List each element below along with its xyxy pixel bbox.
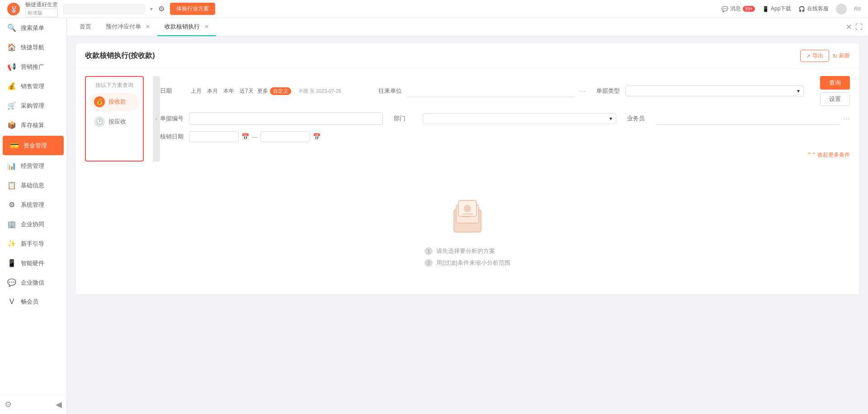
tab-collection[interactable]: 收款核销执行 ✕ (157, 18, 216, 36)
search-icon: 🔍 (7, 24, 16, 32)
partner-field: 往来单位 ··· (378, 85, 586, 97)
dept-select[interactable]: ▾ (423, 113, 617, 124)
sidebar-item-marketing[interactable]: 📢 营销推广 (0, 57, 66, 76)
clipboard-icon: 📋 (7, 181, 16, 190)
empty-illustration (445, 196, 490, 238)
chevron-down-icon[interactable]: ▾ (150, 6, 153, 12)
chevron-up-icon: ⌃⌃ (807, 152, 816, 158)
enterprise-icon: 🏢 (7, 220, 16, 228)
verify-date-group: 2023-03-01 📅 — 2023-07-21 📅 (189, 131, 850, 142)
tab-close-collection[interactable]: ✕ (204, 24, 209, 30)
verify-date-start-input[interactable]: 2023-03-01 (189, 131, 239, 142)
empty-state: 1 请先选择要分析的方案 2 用[过滤]条件来缩小分析范围 (76, 169, 859, 294)
date-shortcut-this-month[interactable]: 本月 (205, 86, 220, 96)
solution-button[interactable]: 体验行业方案 (170, 3, 215, 15)
online-service-item[interactable]: 🎧 在线客服 (798, 5, 829, 13)
message-badge: 99+ (743, 6, 755, 12)
empty-tip-1: 1 请先选择要分析的方案 (425, 247, 510, 255)
date-shortcut-last-month[interactable]: 上月 (189, 86, 203, 96)
partner-input[interactable] (407, 85, 576, 97)
page-title: 收款核销执行(按收款) (85, 51, 155, 67)
refresh-button[interactable]: ↻ 刷新 (833, 50, 850, 62)
box-icon: 📦 (7, 121, 16, 129)
refresh-icon: ↻ (833, 53, 837, 59)
date-label: 日期 (160, 87, 185, 95)
export-button[interactable]: ↗ 导出 (800, 50, 829, 62)
message-item[interactable]: 💬 消息 99+ (722, 5, 755, 13)
calendar-start-icon[interactable]: 📅 (241, 133, 249, 140)
tab-close-all-button[interactable]: ✕ (846, 23, 852, 31)
filter-option-by-receivable[interactable]: 🕐 按应收 (90, 113, 139, 131)
card-icon: 💳 (10, 141, 19, 150)
staff-input[interactable] (656, 112, 840, 125)
sidebar-item-member[interactable]: V 畅会员 (0, 292, 66, 311)
page-header: 收款核销执行(按收款) ↗ 导出 ↻ 刷新 (76, 43, 859, 69)
sidebar-item-business[interactable]: 📊 经营管理 (0, 156, 66, 176)
staff-label: 业务员 (627, 114, 652, 123)
tab-bar: 首页 预付冲应付单 ✕ 收款核销执行 ✕ ✕ ⛶ (67, 18, 868, 36)
sidebar-item-hardware[interactable]: 📱 智能硬件 (0, 253, 66, 273)
sidebar-item-purchase[interactable]: 🛒 采购管理 (0, 96, 66, 115)
sidebar-item-wechat[interactable]: 💬 企业微信 (0, 273, 66, 292)
gear-icon[interactable]: ⚙ (158, 5, 165, 13)
date-shortcut-7days[interactable]: 近7天 (238, 86, 255, 96)
cart-icon: 🛒 (7, 101, 16, 110)
filter-layout: 按以下方案查询 💰 按收款 🕐 按应收 ‹ (85, 76, 850, 162)
sidebar-item-basic-info[interactable]: 📋 基础信息 (0, 176, 66, 195)
tab-bar-actions: ✕ ⛶ (846, 23, 863, 31)
system-icon: ⚙ (7, 200, 16, 209)
sidebar-item-enterprise[interactable]: 🏢 企业协同 (0, 214, 66, 234)
logo-icon: 🐰 (7, 3, 20, 15)
tab-prepay[interactable]: 预付冲应付单 ✕ (99, 18, 157, 36)
app-download-item[interactable]: 📱 App下载 (762, 5, 791, 13)
tip-num-1: 1 (425, 247, 433, 255)
doc-number-field: 单据编号 (160, 112, 383, 125)
date-shortcut-more[interactable]: 更多 (257, 87, 268, 95)
sidebar-item-finance[interactable]: 💳 资金管理 (3, 136, 64, 155)
date-shortcut-this-year[interactable]: 本年 (222, 86, 236, 96)
export-icon: ↗ (806, 53, 811, 59)
date-shortcuts: 上月 本月 本年 近7天 更多 自定义 (189, 86, 291, 96)
partner-dots-icon[interactable]: ··· (579, 86, 585, 96)
tab-home[interactable]: 首页 (72, 18, 99, 36)
collapse-icon[interactable]: ◀ (56, 400, 62, 409)
member-icon: V (7, 298, 16, 306)
sidebar-item-search-menu[interactable]: 🔍 搜索菜单 (0, 18, 66, 38)
search-input[interactable] (63, 4, 145, 14)
collapse-divider[interactable]: ‹ (153, 76, 160, 162)
doc-type-field: 单据类型 ▾ (596, 86, 804, 96)
verify-date-end-input[interactable]: 2023-07-21 (260, 131, 310, 142)
date-custom-badge[interactable]: 自定义 (270, 87, 291, 95)
logo: 🐰 (7, 3, 20, 15)
date-range-display: 不限 至 2023-07-26 (298, 88, 341, 95)
sidebar-item-guide[interactable]: ✨ 新手引导 (0, 234, 66, 253)
calendar-end-icon[interactable]: 📅 (313, 133, 321, 140)
staff-dots-icon[interactable]: ··· (843, 114, 850, 124)
main-layout: 🔍 搜索菜单 🏠 快捷导航 📢 营销推广 💰 销售管理 🛒 采购管理 📦 库存核… (0, 18, 868, 414)
query-button[interactable]: 查询 (820, 76, 850, 90)
sidebar-item-quick-nav[interactable]: 🏠 快捷导航 (0, 38, 66, 57)
filter-row-3: 核销日期 2023-03-01 📅 — 2023-07-21 📅 (160, 131, 850, 142)
sidebar-item-inventory[interactable]: 📦 库存核算 (0, 115, 66, 135)
filter-panel: 按以下方案查询 💰 按收款 🕐 按应收 ‹ (76, 69, 859, 169)
app-icon: 📱 (762, 6, 769, 12)
more-conditions-toggle[interactable]: ⌃⌃ 收起更多条件 (160, 148, 850, 162)
sidebar-item-sales[interactable]: 💰 销售管理 (0, 76, 66, 96)
svg-point-3 (464, 205, 471, 212)
hardware-icon: 📱 (7, 259, 16, 267)
filter-settings-button[interactable]: 设置 (820, 92, 850, 106)
tab-expand-button[interactable]: ⛶ (855, 23, 863, 31)
empty-tip-2: 2 用[过滤]条件来缩小分析范围 (425, 259, 510, 267)
settings-bottom-icon[interactable]: ⚙ (5, 400, 12, 409)
megaphone-icon: 📢 (7, 62, 16, 71)
sidebar-item-system[interactable]: ⚙ 系统管理 (0, 195, 66, 214)
service-icon: 🎧 (798, 6, 805, 12)
tab-close-prepay[interactable]: ✕ (146, 24, 150, 30)
sidebar: 🔍 搜索菜单 🏠 快捷导航 📢 营销推广 💰 销售管理 🛒 采购管理 📦 库存核… (0, 18, 67, 414)
filter-row-1: 日期 上月 本月 本年 近7天 更多 自定义 不限 至 2023-07-26 (160, 76, 850, 106)
filter-option-by-receipt[interactable]: 💰 按收款 (90, 93, 139, 111)
doc-type-select[interactable]: ▾ (625, 86, 804, 96)
doc-number-input[interactable] (189, 112, 383, 125)
page-content: 收款核销执行(按收款) ↗ 导出 ↻ 刷新 按以 (67, 36, 868, 414)
avatar[interactable] (836, 4, 847, 14)
